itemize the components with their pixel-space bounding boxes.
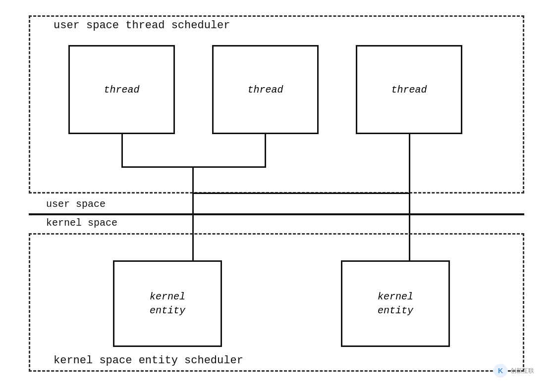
connector-thread1-down: [121, 133, 123, 168]
user-space-label: user space: [46, 198, 106, 210]
watermark: K 创新互联: [494, 364, 534, 378]
kernel-entity-box-1: kernelentity: [113, 260, 222, 347]
kernel-entity-2-label: kernelentity: [378, 290, 413, 318]
thread-box-3: thread: [356, 45, 462, 134]
thread-box-2: thread: [212, 45, 319, 134]
thread-3-label: thread: [391, 84, 427, 96]
connector-thread1-2-horizontal: [121, 166, 266, 168]
watermark-icon-letter: K: [498, 367, 503, 375]
connector-thread3-horizontal: [194, 193, 410, 194]
diagram-container: user space thread scheduler thread threa…: [14, 10, 539, 382]
space-separator-line: [29, 213, 524, 215]
kernel-space-scheduler-label: kernel space entity scheduler: [54, 354, 243, 367]
kernel-entity-1-label: kernelentity: [150, 290, 185, 318]
thread-box-1: thread: [68, 45, 175, 134]
watermark-text: 创新互联: [510, 367, 534, 375]
user-space-scheduler-label: user space thread scheduler: [54, 19, 230, 32]
connector-thread3-down: [409, 133, 410, 193]
kernel-space-scheduler-box: [29, 233, 524, 372]
thread-1-label: thread: [104, 84, 139, 96]
connector-thread2-down: [265, 133, 266, 168]
kernel-entity-box-2: kernelentity: [341, 260, 450, 347]
thread-2-label: thread: [247, 84, 283, 96]
watermark-icon: K: [494, 364, 507, 378]
kernel-space-label: kernel space: [46, 217, 117, 229]
